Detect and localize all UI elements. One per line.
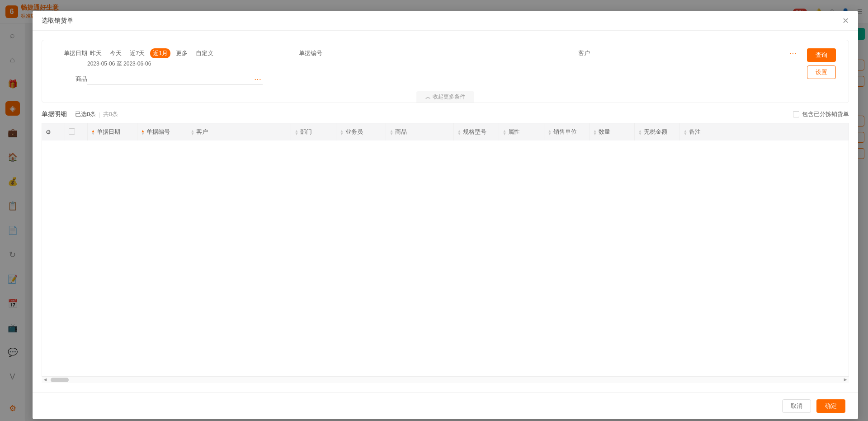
col-4[interactable]: ▲▼业务员 — [336, 123, 386, 140]
col-label: 属性 — [508, 128, 520, 135]
col-10[interactable]: ▲▼无税金额 — [634, 123, 679, 140]
include-split-label: 包含已分拣销货单 — [802, 110, 849, 118]
filter-customer: 客户 ⋯ — [557, 48, 798, 68]
scroll-thumb[interactable] — [51, 378, 69, 382]
horizontal-scrollbar[interactable]: ◄ ► — [42, 377, 849, 383]
col-7[interactable]: ▲▼属性 — [499, 123, 544, 140]
col-1[interactable]: ▲▼单据编号 — [137, 123, 187, 140]
collapse-button[interactable]: ︽ 收起更多条件 — [416, 91, 474, 103]
modal-title: 选取销货单 — [42, 17, 73, 25]
table-header-row: ⚙ ▲▼单据日期▲▼单据编号▲▼客户▲▼部门▲▼业务员▲▼商品▲▼规格型号▲▼属… — [42, 123, 849, 140]
filter-product-label: 商品 — [55, 74, 87, 83]
gear-icon: ⚙ — [46, 129, 51, 136]
col-9[interactable]: ▲▼数量 — [589, 123, 634, 140]
customer-more-icon[interactable]: ⋯ — [788, 49, 798, 58]
col-5[interactable]: ▲▼商品 — [386, 123, 453, 140]
col-label: 单据日期 — [97, 128, 120, 135]
collapse-bar: ︽ 收起更多条件 — [55, 91, 836, 103]
modal-header: 选取销货单 ✕ — [33, 11, 858, 31]
select-all-checkbox[interactable] — [69, 128, 75, 135]
date-opt-5[interactable]: 自定义 — [193, 48, 216, 58]
col-3[interactable]: ▲▼部门 — [291, 123, 336, 140]
col-label: 业务员 — [345, 128, 363, 135]
date-range-display: 2023-05-06 至 2023-06-06 — [87, 60, 263, 68]
col-label: 无税金额 — [644, 128, 667, 135]
col-label: 部门 — [300, 128, 312, 135]
col-8[interactable]: ▲▼销售单位 — [544, 123, 589, 140]
filter-docno-label: 单据编号 — [290, 48, 322, 57]
cancel-button[interactable]: 取消 — [782, 399, 811, 413]
detail-total: 共0条 — [103, 110, 118, 118]
chevron-up-icon: ︽ — [425, 94, 432, 100]
detail-title: 单据明细 — [42, 110, 67, 118]
include-split-checkbox[interactable] — [793, 111, 799, 117]
filter-date-label: 单据日期 — [55, 48, 87, 57]
col-label: 备注 — [689, 128, 701, 135]
scroll-left-icon[interactable]: ◄ — [42, 377, 49, 383]
ok-button[interactable]: 确定 — [816, 399, 845, 413]
date-opt-2[interactable]: 近7天 — [127, 48, 147, 58]
filter-actions: 查询 设置 — [807, 48, 836, 79]
settings-button[interactable]: 设置 — [807, 65, 836, 79]
date-from: 2023-05-06 — [87, 61, 115, 67]
detail-right: 包含已分拣销货单 — [793, 110, 849, 118]
filter-panel: 查询 设置 单据日期 昨天今天近7天近1月更多自定义 2023-05-06 至 … — [42, 40, 849, 103]
scroll-right-icon[interactable]: ► — [842, 377, 849, 383]
select-sales-order-modal: 选取销货单 ✕ 查询 设置 单据日期 昨天今天近7天近1月更多自定义 2023-… — [33, 11, 858, 419]
col-label: 规格型号 — [463, 128, 486, 135]
col-label: 客户 — [196, 128, 208, 135]
close-icon[interactable]: ✕ — [842, 16, 849, 26]
col-settings[interactable]: ⚙ — [42, 123, 65, 140]
detail-selected: 已选0条 — [75, 110, 96, 118]
detail-header: 单据明细 已选0条 | 共0条 包含已分拣销货单 — [42, 110, 849, 118]
col-6[interactable]: ▲▼规格型号 — [453, 123, 499, 140]
date-opt-4[interactable]: 更多 — [173, 48, 190, 58]
date-sep: 至 — [117, 61, 122, 67]
filter-docno: 单据编号 — [290, 48, 530, 68]
col-label: 单据编号 — [146, 128, 170, 135]
col-label: 商品 — [395, 128, 407, 135]
col-0[interactable]: ▲▼单据日期 — [87, 123, 137, 140]
date-quick-options: 昨天今天近7天近1月更多自定义 — [87, 48, 263, 58]
col-label: 销售单位 — [553, 128, 577, 135]
col-11[interactable]: ▲▼备注 — [679, 123, 849, 140]
collapse-label: 收起更多条件 — [433, 94, 465, 100]
date-opt-3[interactable]: 近1月 — [150, 48, 170, 58]
date-opt-1[interactable]: 今天 — [107, 48, 124, 58]
table-container: ⚙ ▲▼单据日期▲▼单据编号▲▼客户▲▼部门▲▼业务员▲▼商品▲▼规格型号▲▼属… — [42, 123, 849, 377]
customer-input[interactable] — [590, 48, 788, 59]
col-select-all[interactable] — [65, 123, 87, 140]
date-opt-0[interactable]: 昨天 — [87, 48, 104, 58]
docno-input[interactable] — [322, 48, 530, 59]
date-to: 2023-06-06 — [123, 61, 151, 67]
col-2[interactable]: ▲▼客户 — [187, 123, 291, 140]
product-input[interactable] — [87, 74, 252, 84]
detail-separator: | — [99, 111, 100, 118]
col-label: 数量 — [599, 128, 610, 135]
query-button[interactable]: 查询 — [807, 48, 836, 62]
modal-body: 查询 设置 单据日期 昨天今天近7天近1月更多自定义 2023-05-06 至 … — [33, 31, 858, 392]
filter-date: 单据日期 昨天今天近7天近1月更多自定义 2023-05-06 至 2023-0… — [55, 48, 263, 68]
filter-product: 商品 ⋯ — [55, 74, 263, 85]
detail-table: ⚙ ▲▼单据日期▲▼单据编号▲▼客户▲▼部门▲▼业务员▲▼商品▲▼规格型号▲▼属… — [42, 123, 849, 140]
modal-footer: 取消 确定 — [33, 392, 858, 419]
filter-customer-label: 客户 — [557, 48, 590, 57]
product-more-icon[interactable]: ⋯ — [252, 75, 263, 84]
